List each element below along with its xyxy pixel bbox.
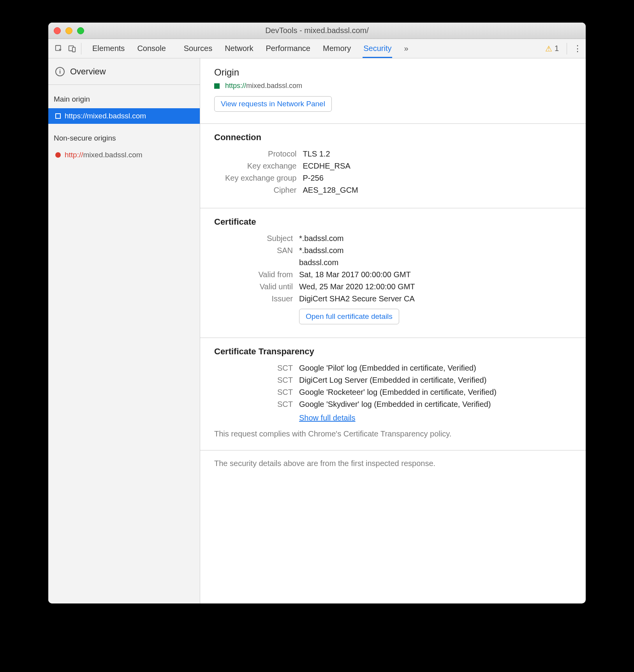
origin-scheme: https://: [225, 82, 246, 90]
field-label: SAN: [222, 245, 296, 257]
field-value: Sat, 18 Mar 2017 00:00:00 GMT: [296, 269, 418, 281]
titlebar: DevTools - mixed.badssl.com/: [48, 23, 586, 39]
show-full-details-link[interactable]: Show full details: [299, 413, 356, 422]
connection-table: Protocol TLS 1.2 Key exchange ECDHE_RSA …: [222, 148, 361, 196]
origin-scheme: https://: [65, 112, 87, 120]
section-footer: The security details above are from the …: [200, 450, 586, 480]
field-value: DigiCert Log Server (Embedded in certifi…: [296, 374, 500, 386]
origin-title: Origin: [214, 67, 576, 78]
tab-console[interactable]: Console: [136, 39, 166, 58]
row-sct-3: SCT Google 'Skydiver' log (Embedded in c…: [222, 398, 500, 410]
field-label: SCT: [222, 374, 296, 386]
sidebar-item-nonsecure-origin[interactable]: http://mixed.badssl.com: [48, 147, 200, 163]
row-protocol: Protocol TLS 1.2: [222, 148, 361, 160]
origin-host: mixed.badssl.com: [87, 112, 146, 120]
field-value: P-256: [299, 172, 361, 184]
row-san-2: badssl.com: [222, 257, 418, 269]
section-origin: Origin https://mixed.badssl.com View req…: [200, 58, 586, 124]
certificate-title: Certificate: [214, 217, 576, 227]
toolbar-separator: [81, 43, 81, 55]
field-value: TLS 1.2: [299, 148, 361, 160]
security-sidebar: Overview Main origin https://mixed.badss…: [48, 58, 200, 603]
view-requests-button[interactable]: View requests in Network Panel: [214, 96, 332, 112]
svg-rect-2: [72, 47, 75, 52]
field-value: ECDHE_RSA: [299, 160, 361, 172]
toolbar-separator: [567, 43, 567, 55]
sidebar-overview[interactable]: Overview: [48, 58, 200, 85]
field-value: DigiCert SHA2 Secure Server CA: [296, 293, 418, 305]
sidebar-item-main-origin[interactable]: https://mixed.badssl.com: [48, 108, 200, 124]
row-sct-1: SCT DigiCert Log Server (Embedded in cer…: [222, 374, 500, 386]
device-toggle-icon[interactable]: [65, 42, 79, 55]
tab-elements[interactable]: Elements: [92, 39, 125, 58]
section-certificate: Certificate Subject *.badssl.com SAN *.b…: [200, 208, 586, 338]
security-content: Origin https://mixed.badssl.com View req…: [200, 58, 586, 603]
origin-scheme: http://: [65, 151, 83, 159]
row-issuer: Issuer DigiCert SHA2 Secure Server CA: [222, 293, 418, 305]
origin-host: mixed.badssl.com: [246, 82, 302, 90]
info-icon: [55, 67, 65, 76]
row-key-exchange-group: Key exchange group P-256: [222, 172, 361, 184]
field-value: *.badssl.com: [296, 245, 418, 257]
tab-performance[interactable]: Performance: [265, 39, 312, 58]
panel-tabs: Elements Console Sources Network Perform…: [92, 39, 409, 58]
devtools-window: DevTools - mixed.badssl.com/ Elements Co…: [48, 23, 586, 603]
field-label: Key exchange group: [222, 172, 299, 184]
field-label: Valid from: [222, 269, 296, 281]
field-value: Wed, 25 Mar 2020 12:00:00 GMT: [296, 281, 418, 293]
tab-sources[interactable]: Sources: [183, 39, 213, 58]
secure-square-icon: [214, 83, 220, 89]
row-cipher: Cipher AES_128_GCM: [222, 184, 361, 196]
field-label: Protocol: [222, 148, 299, 160]
row-sct-2: SCT Google 'Rocketeer' log (Embedded in …: [222, 386, 500, 398]
row-sct-0: SCT Google 'Pilot' log (Embedded in cert…: [222, 362, 500, 374]
field-label: SCT: [222, 362, 296, 374]
row-key-exchange: Key exchange ECDHE_RSA: [222, 160, 361, 172]
tab-network[interactable]: Network: [224, 39, 254, 58]
row-valid-until: Valid until Wed, 25 Mar 2020 12:00:00 GM…: [222, 281, 418, 293]
tab-memory[interactable]: Memory: [322, 39, 352, 58]
field-label: Key exchange: [222, 160, 299, 172]
tab-security[interactable]: Security: [363, 39, 392, 58]
more-tabs-icon[interactable]: »: [403, 39, 409, 58]
field-label: Issuer: [222, 293, 296, 305]
sidebar-header-main-origin: Main origin: [48, 85, 200, 108]
ct-table: SCT Google 'Pilot' log (Embedded in cert…: [222, 362, 500, 424]
field-value: *.badssl.com: [296, 232, 418, 245]
window-title: DevTools - mixed.badssl.com/: [48, 26, 586, 35]
open-certificate-button[interactable]: Open full certificate details: [299, 309, 399, 324]
warning-indicator[interactable]: ⚠ 1: [545, 44, 560, 53]
origin-url: https://mixed.badssl.com: [214, 82, 576, 90]
toolbar-right: ⚠ 1 ⋮: [545, 43, 582, 55]
field-value: Google 'Pilot' log (Embedded in certific…: [296, 362, 500, 374]
field-label: Subject: [222, 232, 296, 245]
field-label: Valid until: [222, 281, 296, 293]
field-value: badssl.com: [296, 257, 418, 269]
row-subject: Subject *.badssl.com: [222, 232, 418, 245]
row-san-1: SAN *.badssl.com: [222, 245, 418, 257]
field-label: SCT: [222, 386, 296, 398]
secure-origin-icon: [55, 113, 61, 119]
field-label: SCT: [222, 398, 296, 410]
sidebar-header-nonsecure: Non-secure origins: [48, 124, 200, 147]
section-certificate-transparency: Certificate Transparency SCT Google 'Pil…: [200, 338, 586, 450]
overview-label: Overview: [70, 67, 106, 77]
panel-body: Overview Main origin https://mixed.badss…: [48, 58, 586, 603]
footer-note: The security details above are from the …: [214, 459, 576, 468]
row-show-full: Show full details: [222, 410, 500, 424]
row-valid-from: Valid from Sat, 18 Mar 2017 00:00:00 GMT: [222, 269, 418, 281]
connection-title: Connection: [214, 132, 576, 142]
section-connection: Connection Protocol TLS 1.2 Key exchange…: [200, 124, 586, 208]
field-value: Google 'Skydiver' log (Embedded in certi…: [296, 398, 500, 410]
field-value: Google 'Rocketeer' log (Embedded in cert…: [296, 386, 500, 398]
ct-title: Certificate Transparency: [214, 347, 576, 357]
insecure-origin-icon: [55, 152, 61, 158]
row-open-cert: Open full certificate details: [222, 305, 418, 326]
warning-icon: ⚠: [545, 44, 552, 53]
inspect-element-icon[interactable]: [52, 42, 65, 55]
field-label: [222, 257, 296, 269]
origin-host: mixed.badssl.com: [83, 151, 143, 159]
certificate-table: Subject *.badssl.com SAN *.badssl.com ba…: [222, 232, 418, 326]
field-value: AES_128_GCM: [299, 184, 361, 196]
settings-menu-icon[interactable]: ⋮: [573, 44, 582, 54]
